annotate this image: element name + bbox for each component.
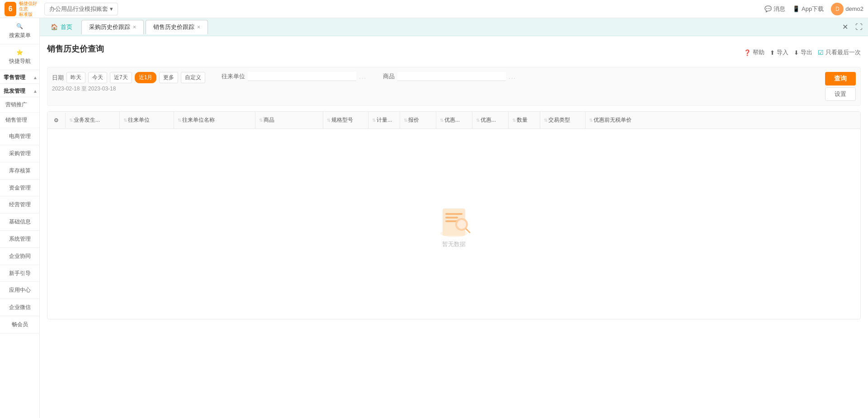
th-label: 商品: [264, 116, 274, 124]
logo-icon: 6: [5, 2, 16, 16]
sidebar-item-finance[interactable]: 资金管理: [0, 180, 39, 197]
download-btn[interactable]: 📱 App下载: [793, 5, 824, 13]
sidebar-section-wholesale[interactable]: 批发管理 ▲: [0, 84, 39, 97]
th-qty[interactable]: ⇅ 数量: [509, 112, 540, 128]
sidebar-item-base[interactable]: 基础信息: [0, 214, 39, 231]
sidebar-item-label: 畅会员: [12, 321, 28, 328]
query-button[interactable]: 查询: [825, 72, 856, 86]
page-actions: ❓ 帮助 ⬆ 导入 ⬇ 导出 ☑ 只看最后一次: [744, 48, 861, 57]
sidebar-item-appstore[interactable]: 应用中心: [0, 282, 39, 299]
th-trade-type[interactable]: ⇅ 交易类型: [540, 112, 585, 128]
sidebar-item-search[interactable]: 🔍 搜索菜单: [0, 18, 39, 44]
goods-input[interactable]: [397, 72, 506, 81]
date-range-display: 2023-02-18 至 2023-03-18: [52, 85, 205, 93]
th-partner-code[interactable]: ⇅ 往来单位: [120, 112, 174, 128]
date-btn-today[interactable]: 今天: [88, 72, 107, 83]
sort-asc-icon: ⇅: [259, 118, 263, 123]
th-label: 优惠...: [444, 116, 460, 124]
th-unit[interactable]: ⇅ 计量...: [368, 112, 400, 128]
tab-close-icon[interactable]: ×: [197, 24, 200, 30]
sidebar-item-label: 基础信息: [9, 218, 31, 226]
table-header: ⚙ ⇅ 业务发生... ⇅ 往来单位 ⇅ 往来单位名称: [47, 112, 860, 129]
sidebar: 🔍 搜索菜单 ⭐ 快捷导航 零售管理 ▲ 批发管理 ▲ 营销推广 销售管理 电商…: [0, 18, 40, 418]
message-icon: 💬: [764, 5, 772, 12]
th-label: 数量: [517, 116, 528, 124]
home-icon: 🏠: [51, 24, 58, 30]
export-label: 导出: [801, 48, 812, 57]
date-btn-last7[interactable]: 近7天: [110, 72, 132, 83]
only-last-checkbox[interactable]: ☑ 只看最后一次: [818, 48, 861, 57]
date-btn-last1m[interactable]: 近1月: [135, 72, 157, 83]
tab-close-icon[interactable]: ×: [133, 24, 136, 30]
sidebar-item-ecommerce[interactable]: 电商管理: [0, 128, 39, 145]
sidebar-item-weixin[interactable]: 企业微信: [0, 299, 39, 316]
checkbox-icon: ☑: [818, 49, 824, 56]
th-date[interactable]: ⇅ 业务发生...: [66, 112, 120, 128]
sidebar-item-newbie[interactable]: 新手引导: [0, 265, 39, 282]
help-btn[interactable]: ❓ 帮助: [744, 48, 764, 57]
sidebar-item-member[interactable]: 畅会员: [0, 316, 39, 333]
tab-purchase-history[interactable]: 采购历史价跟踪 ×: [81, 20, 144, 34]
expand-btn[interactable]: ⛶: [854, 21, 864, 33]
sidebar-item-label: 应用中心: [9, 286, 31, 294]
th-spec[interactable]: ⇅ 规格型号: [323, 112, 368, 128]
sidebar-item-label: 采购管理: [9, 150, 31, 157]
page-title: 销售历史价查询: [47, 43, 104, 54]
import-label: 导入: [777, 48, 788, 57]
message-btn[interactable]: 💬 消息: [764, 5, 785, 13]
date-btn-more[interactable]: 更多: [159, 72, 178, 83]
date-btn-custom[interactable]: 自定义: [181, 72, 205, 83]
sort-asc-icon: ⇅: [404, 118, 407, 123]
page-content: 销售历史价查询 ❓ 帮助 ⬆ 导入 ⬇ 导出 ☑: [40, 36, 868, 418]
sidebar-item-label: 库存核算: [9, 167, 31, 175]
th-price[interactable]: ⇅ 报价: [400, 112, 436, 128]
sidebar-item-purchase[interactable]: 采购管理: [0, 145, 39, 162]
sidebar-item-enterprise[interactable]: 企业协同: [0, 248, 39, 265]
download-label: App下载: [802, 5, 824, 13]
sort-asc-icon: ⇅: [476, 118, 480, 123]
th-label: 计量...: [377, 116, 392, 124]
app-selector[interactable]: 办公用品行业模拟账套 ▾: [44, 3, 118, 15]
sidebar-item-inventory[interactable]: 库存核算: [0, 162, 39, 180]
sidebar-item-label: 资金管理: [9, 184, 31, 192]
sidebar-item-shortcut[interactable]: ⭐ 快捷导航: [0, 44, 39, 71]
top-bar: 6 畅捷信好生意 标准版 办公用品行业模拟账套 ▾ 💬 消息 📱 App下载 D…: [0, 0, 868, 18]
th-notax-price[interactable]: ⇅ 优惠前无税单价: [585, 112, 860, 128]
chevron-up-icon: ▲: [33, 89, 38, 94]
th-goods[interactable]: ⇅ 商品: [255, 112, 323, 128]
th-discount2[interactable]: ⇅ 优惠...: [472, 112, 509, 128]
partner-dots: ...: [359, 73, 367, 80]
sidebar-item-marketing[interactable]: 营销推广: [0, 97, 39, 113]
table-container: ⚙ ⇅ 业务发生... ⇅ 往来单位 ⇅ 往来单位名称: [47, 111, 861, 319]
date-label: 日期: [52, 74, 64, 82]
close-tab-btn[interactable]: ✕: [840, 21, 850, 33]
th-label: 优惠...: [481, 116, 496, 124]
sort-asc-icon: ⇅: [327, 118, 330, 123]
sidebar-item-system[interactable]: 系统管理: [0, 231, 39, 248]
sidebar-section-retail[interactable]: 零售管理 ▲: [0, 70, 39, 84]
export-btn[interactable]: ⬇ 导出: [794, 48, 812, 57]
tab-label: 首页: [61, 23, 72, 31]
sidebar-item-sales[interactable]: 销售管理: [0, 113, 39, 128]
download-icon: 📱: [793, 5, 800, 12]
tab-sales-history[interactable]: 销售历史价跟踪 ×: [146, 20, 208, 34]
partner-input[interactable]: [248, 72, 356, 81]
th-setting[interactable]: ⚙: [47, 113, 66, 128]
th-partner-name[interactable]: ⇅ 往来单位名称: [174, 112, 255, 128]
sort-asc-icon: ⇅: [544, 118, 547, 123]
setting-button[interactable]: 设置: [825, 87, 856, 101]
tab-home[interactable]: 🏠 首页: [43, 20, 80, 34]
logo-text: 畅捷信好生意 标准版: [19, 1, 41, 17]
empty-text: 暂无数据: [442, 240, 466, 248]
user-label: demo2: [845, 5, 863, 12]
sidebar-item-label: 系统管理: [9, 235, 31, 243]
sort-asc-icon: ⇅: [589, 118, 593, 123]
import-btn[interactable]: ⬆ 导入: [770, 48, 788, 57]
date-btn-yesterday[interactable]: 昨天: [66, 72, 85, 83]
user-btn[interactable]: D demo2: [831, 3, 863, 15]
avatar: D: [831, 3, 844, 15]
th-discount1[interactable]: ⇅ 优惠...: [436, 112, 472, 128]
main-layout: 🔍 搜索菜单 ⭐ 快捷导航 零售管理 ▲ 批发管理 ▲ 营销推广 销售管理 电商…: [0, 18, 868, 418]
sidebar-item-operation[interactable]: 经营管理: [0, 196, 39, 214]
logo-area: 6 畅捷信好生意 标准版: [5, 1, 41, 17]
